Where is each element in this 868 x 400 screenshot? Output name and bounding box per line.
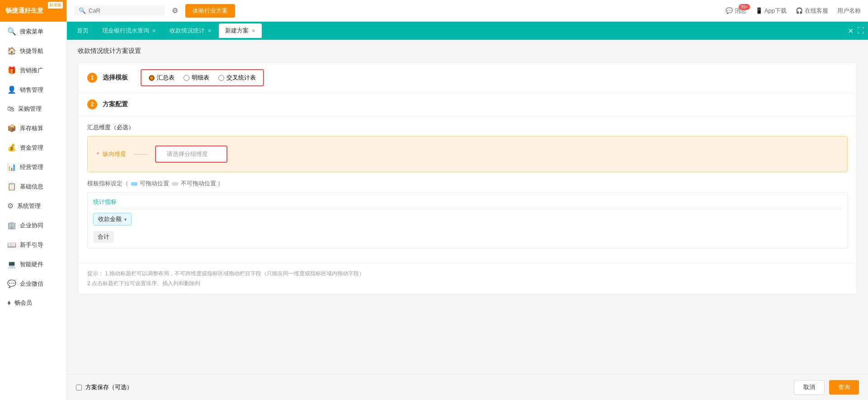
sidebar-item-basic-info[interactable]: 📋基础信息	[0, 177, 66, 196]
query-button[interactable]: 查询	[829, 380, 859, 395]
sidebar-label-capital: 资金管理	[20, 144, 43, 152]
save-checkbox[interactable]	[76, 385, 82, 391]
sidebar-item-marketing[interactable]: 🎁营销推广	[0, 61, 66, 80]
page-title: 收款情况统计方案设置	[78, 47, 857, 55]
hint-section: 提示： 1.拖动标题栏可以调整布局，不可跨维度或指标区域拖动栏目字段（只能在同一…	[78, 263, 857, 294]
step2-header: 2 方案配置	[78, 93, 857, 116]
sidebar-label-system: 系统管理	[17, 202, 41, 210]
template-selection-box: 汇总表明细表交叉统计表	[141, 69, 264, 86]
sidebar-item-purchase[interactable]: 🛍采购管理	[0, 99, 66, 118]
sidebar-logo: 畅捷通好生意 标准版	[0, 0, 66, 22]
basic-info-icon: 📋	[7, 182, 16, 191]
tab-fullscreen-icon[interactable]: ⛶	[857, 27, 864, 35]
tab-label-collection-stats: 收款情况统计	[170, 27, 205, 35]
industry-btn[interactable]: 体验行业方案	[185, 4, 235, 18]
sales-icon: 👤	[7, 85, 16, 94]
inventory-icon: 📦	[7, 124, 16, 132]
dimension-title-text: 汇总维度（必选）	[87, 124, 134, 131]
service-item[interactable]: 🎧 在线客服	[796, 7, 828, 15]
footer-bar: 方案保存（可选） 取消 查询	[67, 374, 868, 400]
guide-icon: 📖	[7, 240, 16, 249]
footer-actions: 取消 查询	[794, 380, 859, 395]
search-input[interactable]	[89, 7, 152, 14]
dimension-title: 汇总维度（必选）	[87, 123, 848, 132]
sidebar-item-search-menu[interactable]: 🔍搜索菜单	[0, 22, 66, 41]
sidebar-item-quick-nav[interactable]: 🏠快捷导航	[0, 41, 66, 61]
sidebar-label-search-menu: 搜索菜单	[20, 28, 43, 36]
sidebar-label-guide: 新手引导	[20, 241, 43, 249]
search-menu-icon: 🔍	[7, 27, 16, 36]
download-icon: 📱	[755, 7, 763, 14]
sidebar-item-weixin[interactable]: 💬企业微信	[0, 274, 66, 293]
arrow-right-icon: ——	[133, 150, 148, 158]
step1-row: 1 选择模板 汇总表明细表交叉统计表	[78, 63, 857, 93]
radio-cross[interactable]	[218, 75, 224, 81]
dim-selector[interactable]: 请选择分组维度	[155, 146, 227, 163]
sidebar-item-guide[interactable]: 📖新手引导	[0, 235, 66, 254]
main-area: 🔍 ⚙ 体验行业方案 💬 消息 99+ 📱 App下载 🎧 在线客服 用户名称 …	[67, 0, 868, 400]
metrics-section: 模板指标设定（ 可拖动位置 不可拖动位置 ） 统计指标	[87, 179, 848, 249]
sidebar-item-smart-hw[interactable]: 💻智能硬件	[0, 254, 66, 274]
radio-label-detail: 明细表	[192, 74, 209, 82]
metric-chip-wrapper: 收款金额 ▾	[93, 213, 842, 226]
sidebar-item-enterprise[interactable]: 🏢企业协同	[0, 216, 66, 235]
notification-item[interactable]: 💬 消息 99+	[726, 7, 746, 15]
service-label: 在线客服	[805, 7, 828, 15]
radio-item-detail[interactable]: 明细表	[184, 74, 209, 82]
sidebar-item-capital[interactable]: 💰资金管理	[0, 138, 66, 157]
metric-chip[interactable]: 收款金额 ▾	[93, 213, 132, 226]
tab-close-new-plan[interactable]: ✕	[251, 28, 255, 34]
sidebar-item-sales[interactable]: 👤销售管理	[0, 80, 66, 99]
enterprise-icon: 🏢	[7, 221, 16, 230]
sidebar-label-smart-hw: 智能硬件	[20, 260, 43, 268]
service-icon: 🎧	[796, 7, 803, 14]
tab-close-bank-flow[interactable]: ✕	[152, 28, 156, 34]
cancel-button[interactable]: 取消	[794, 380, 825, 395]
sidebar-label-operations: 经营管理	[20, 163, 43, 171]
required-star: *	[97, 151, 99, 158]
sidebar-label-basic-info: 基础信息	[20, 183, 43, 191]
tab-close-collection-stats[interactable]: ✕	[208, 28, 212, 34]
radio-label-cross: 交叉统计表	[226, 74, 256, 82]
tab-bank-flow[interactable]: 现金银行流水查询✕	[96, 24, 162, 38]
smart-hw-icon: 💻	[7, 260, 16, 268]
tab-label-bank-flow: 现金银行流水查询	[102, 27, 149, 35]
logo-text: 畅捷通好生意	[5, 7, 43, 15]
step1-title: 选择模板	[103, 74, 128, 82]
radio-detail[interactable]	[184, 75, 189, 81]
tab-label-new-plan: 新建方案	[225, 27, 249, 35]
radio-item-summary[interactable]: 汇总表	[149, 74, 175, 82]
metric-chip-label: 收款金额	[98, 215, 122, 223]
search-box[interactable]: 🔍	[74, 5, 165, 16]
step2-badge: 2	[87, 99, 97, 109]
sidebar-nav: 🔍搜索菜单🏠快捷导航🎁营销推广👤销售管理🛍采购管理📦库存核算💰资金管理📊经营管理…	[0, 22, 66, 400]
tab-close-all-icon[interactable]: ✕	[848, 27, 854, 35]
notification-count: 99+	[739, 4, 750, 10]
tab-new-plan[interactable]: 新建方案✕	[219, 24, 262, 38]
sidebar-label-purchase: 采购管理	[18, 105, 42, 113]
tab-collection-stats[interactable]: 收款情况统计✕	[163, 24, 218, 38]
sidebar-item-operations[interactable]: 📊经营管理	[0, 157, 66, 177]
drag-icon-blue	[131, 182, 137, 186]
search-icon: 🔍	[79, 7, 86, 14]
tab-home[interactable]: 首页	[71, 24, 95, 38]
drag-icon-gray	[172, 182, 178, 186]
topbar-right: 💬 消息 99+ 📱 App下载 🎧 在线客服 用户名称	[726, 7, 861, 15]
hint-text: 提示： 1.拖动标题栏可以调整布局，不可跨维度或指标区域拖动栏目字段（只能在同一…	[87, 269, 848, 279]
sidebar-item-member[interactable]: ♦畅会员	[0, 293, 66, 312]
settings-icon[interactable]: ⚙	[172, 6, 178, 15]
radio-summary[interactable]	[149, 75, 155, 81]
sidebar-label-marketing: 营销推广	[20, 66, 43, 75]
metrics-header-close: ）	[217, 180, 223, 187]
download-item[interactable]: 📱 App下载	[755, 7, 787, 15]
sidebar-label-inventory: 库存核算	[20, 124, 43, 132]
dimension-section: 汇总维度（必选） * 纵向维度 —— 请选择分组维度	[87, 123, 848, 172]
sidebar-label-member: 畅会员	[14, 299, 32, 307]
radio-item-cross[interactable]: 交叉统计表	[218, 74, 256, 82]
download-label: App下载	[764, 7, 787, 15]
sidebar-item-system[interactable]: ⚙系统管理	[0, 196, 66, 216]
sidebar-item-inventory[interactable]: 📦库存核算	[0, 118, 66, 138]
radio-label-summary: 汇总表	[157, 74, 175, 82]
chevron-down-icon: ▾	[124, 217, 127, 222]
marketing-icon: 🎁	[7, 66, 16, 75]
